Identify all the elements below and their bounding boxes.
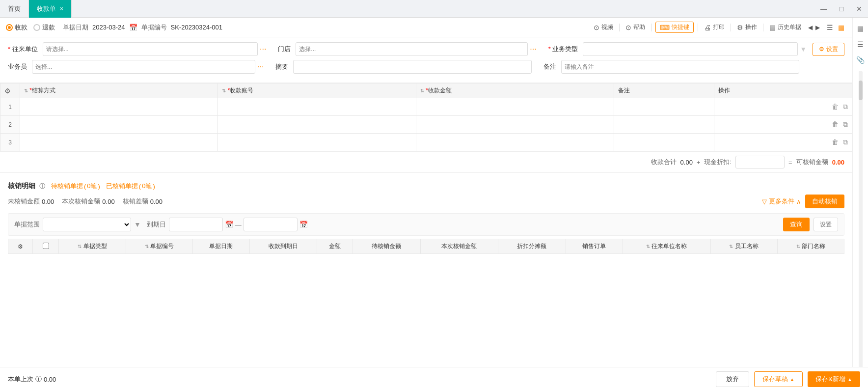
settle-cell-3[interactable] (20, 134, 218, 151)
settings-gear-icon: ⚙ (819, 46, 824, 53)
grid-view-btn[interactable]: ▦ (836, 23, 846, 32)
divider-1 (619, 24, 620, 31)
summary-input[interactable] (293, 60, 531, 74)
right-panel-list-btn[interactable]: ☰ (854, 37, 868, 51)
table-gear-icon[interactable]: ⚙ (4, 87, 11, 95)
pending-tab[interactable]: 待核销单据 ( 0笔 ) (51, 182, 100, 191)
remark-header-label: 备注 (618, 87, 630, 94)
amount-cell-1[interactable] (416, 98, 614, 116)
form-row-2: 业务员 ··· 摘要 备注 (8, 60, 844, 74)
salesperson-label: 业务员 (8, 62, 27, 71)
query-button[interactable]: 查询 (783, 218, 810, 231)
actions-cell-2: 🗑 ⧉ (714, 116, 852, 134)
counterpart-more-btn[interactable]: ··· (260, 45, 266, 54)
auto-recon-button[interactable]: 自动核销 (805, 195, 844, 208)
radio-receipt[interactable]: 收款 (6, 23, 27, 32)
remark-cell-3[interactable] (614, 134, 714, 151)
business-type-input[interactable]: 预收款 (583, 42, 798, 56)
account-cell-2[interactable] (218, 116, 416, 134)
business-type-field: * 业务类型 预收款 ▼ (548, 42, 807, 56)
draft-button[interactable]: 保存草稿 ▲ (754, 371, 803, 387)
tab-home[interactable]: 首页 (0, 0, 29, 18)
doc-no-label: 单据编号 (141, 23, 167, 32)
right-panel: ▦ ☰ 📎 Ai (852, 18, 868, 391)
business-type-dropdown-icon[interactable]: ▼ (800, 45, 807, 53)
date-from-input[interactable]: 2022-04-01 (169, 218, 223, 231)
salesperson-more-btn[interactable]: ··· (257, 62, 264, 71)
operation-btn[interactable]: ⚙ 操作 (735, 22, 759, 32)
copy-icon-1[interactable]: ⧉ (843, 103, 848, 111)
more-filter-btn[interactable]: ▽ 更多条件 ∧ (762, 197, 801, 206)
settle-cell-2[interactable] (20, 116, 218, 134)
remark-input[interactable] (561, 60, 799, 74)
close-button[interactable]: ✕ (850, 0, 868, 18)
salesperson-input[interactable] (32, 60, 255, 74)
total-label: 收款合计 (651, 158, 677, 167)
delete-icon-3[interactable]: 🗑 (832, 138, 839, 146)
settle-cell-1[interactable] (20, 98, 218, 116)
tab-receipt[interactable]: 收款单 × (29, 0, 72, 18)
table-row: 1 🗑 ⧉ (0, 98, 852, 116)
remark-cell-2[interactable] (614, 116, 714, 134)
doc-date-calendar-icon[interactable]: 📅 (129, 24, 137, 31)
maximize-button[interactable]: □ (833, 0, 850, 18)
account-cell-3[interactable] (218, 134, 416, 151)
delete-icon-2[interactable]: 🗑 (832, 120, 839, 128)
remark-cell-1[interactable] (614, 98, 714, 116)
discount-input[interactable] (735, 156, 785, 168)
copy-icon-3[interactable]: ⧉ (843, 138, 848, 146)
shop-input[interactable] (296, 42, 528, 56)
shortcut-label: 快捷键 (672, 23, 689, 31)
completed-tab[interactable]: 已核销单据 ( 0笔 ) (106, 182, 155, 191)
shortcut-btn[interactable]: ⌨ 快捷键 (655, 22, 694, 33)
recon-header: 核销明细 ⓘ 待核销单据 ( 0笔 ) 已核销单据 ( 0笔 ) (8, 182, 844, 191)
settings-button[interactable]: ⚙ 设置 (813, 43, 844, 56)
history-btn[interactable]: ▤ 历史单据 (767, 22, 803, 32)
search-settings-button[interactable]: 设置 (814, 218, 838, 231)
summary-field: 摘要 (275, 60, 531, 74)
radio-refund-circle (33, 24, 40, 31)
date-to-input[interactable]: 2022-04-12 (244, 218, 298, 231)
minimize-button[interactable]: — (815, 0, 833, 18)
doc-info: 单据日期 2023-03-24 📅 单据编号 SK-20230324-001 (63, 23, 222, 32)
table2-gear-icon[interactable]: ⚙ (18, 243, 23, 250)
list-view-btn[interactable]: ☰ (825, 23, 835, 32)
date-to-calendar-icon[interactable]: 📅 (299, 221, 308, 228)
copy-icon-2[interactable]: ⧉ (843, 120, 848, 128)
print-btn[interactable]: 🖨 打印 (702, 22, 727, 32)
shop-more-btn[interactable]: ··· (530, 45, 536, 54)
uncancelled-stat: 未核销金额 0.00 (8, 197, 54, 206)
row-num-3: 3 (0, 134, 20, 151)
amount-cell-2[interactable] (416, 116, 614, 134)
range-dropdown-icon[interactable]: ▼ (134, 221, 141, 228)
due-date-header: 收款到期日 (249, 239, 317, 254)
right-panel-table-btn[interactable]: ▦ (854, 22, 868, 35)
video-btn[interactable]: ⊙ 视频 (592, 22, 615, 32)
recon-stats: 未核销金额 0.00 本次核销金额 0.00 核销差额 0.00 ▽ 更多条件 … (8, 195, 844, 208)
date-from-calendar-icon[interactable]: 📅 (225, 221, 233, 228)
save-new-button[interactable]: 保存&新增 ▲ (808, 371, 860, 387)
shop-label: 门店 (278, 45, 291, 54)
available-value: 0.00 (832, 159, 844, 166)
counterpart-input[interactable] (43, 42, 258, 56)
last-order-value: 0.00 (44, 376, 56, 383)
right-panel-scrollbar[interactable] (859, 71, 863, 373)
next-arrow[interactable]: ▶ (814, 23, 821, 32)
prev-arrow[interactable]: ◀ (807, 23, 814, 32)
delete-icon-1[interactable]: 🗑 (832, 103, 839, 111)
account-cell-1[interactable] (218, 98, 416, 116)
amount-cell-3[interactable] (416, 134, 614, 151)
recon-info-icon[interactable]: ⓘ (39, 183, 45, 190)
footer-btns: 放弃 保存草稿 ▲ 保存&新增 ▲ (716, 371, 860, 387)
help-btn[interactable]: ⊙ 帮助 (624, 22, 647, 32)
radio-refund[interactable]: 退款 (33, 23, 55, 32)
tab-close-icon[interactable]: × (60, 5, 63, 12)
video-label: 视频 (601, 23, 613, 31)
range-select[interactable] (43, 218, 131, 231)
help-icon: ⊙ (625, 24, 631, 31)
actions-cell-3: 🗑 ⧉ (714, 134, 852, 151)
select-all-checkbox[interactable] (43, 243, 49, 249)
draft-dropdown-icon: ▲ (790, 377, 795, 382)
right-panel-attach-btn[interactable]: 📎 (854, 53, 868, 67)
abandon-button[interactable]: 放弃 (716, 371, 749, 387)
